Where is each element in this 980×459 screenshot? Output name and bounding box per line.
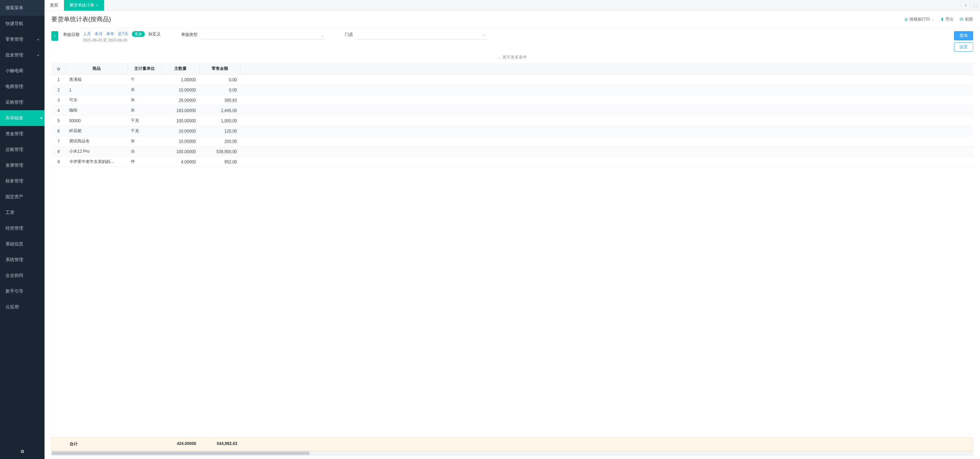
tab-home-label: 首页 <box>50 2 58 8</box>
cell-spacer <box>240 85 973 95</box>
cell-qty[interactable]: 4.00000 <box>162 157 199 167</box>
date-custom[interactable]: 自定义 <box>148 31 161 37</box>
cell-unit: 台 <box>127 146 162 157</box>
cell-qty[interactable]: 10.00000 <box>162 136 199 146</box>
sidebar-item-11[interactable]: 税务管理 <box>0 173 45 189</box>
close-icon[interactable]: × <box>96 3 99 8</box>
date-this-year[interactable]: 本年 <box>106 31 115 37</box>
sidebar-item-label: 批发管理 <box>5 52 23 58</box>
tabs-bar: 首页 要货单统计表 × × ⛶ <box>45 0 980 11</box>
cell-amt[interactable]: 1,000.00 <box>199 116 240 126</box>
chevron-down-icon: ⌄ <box>321 33 324 38</box>
sidebar-item-label: 零售管理 <box>5 36 23 43</box>
cell-qty[interactable]: 10.00000 <box>162 126 199 136</box>
tab-home[interactable]: 首页 <box>45 0 64 11</box>
sidebar-item-4[interactable]: 小畅电商 <box>0 63 45 79</box>
export-icon: ⬇ <box>940 17 944 22</box>
date-near7[interactable]: 近7天 <box>118 31 129 37</box>
print-icon: ⊚ <box>904 17 908 22</box>
sidebar-item-18[interactable]: 新手引导 <box>0 283 45 299</box>
sidebar-item-0[interactable]: 搜索菜单 <box>0 0 45 16</box>
sidebar-item-13[interactable]: 工资 <box>0 205 45 221</box>
type-select[interactable]: ⌄ <box>201 31 324 40</box>
tab-active[interactable]: 要货单统计表 × <box>64 0 105 11</box>
date-more-badge[interactable]: 更多 <box>132 31 145 37</box>
filter-date-label: 单据日期 <box>63 31 80 38</box>
sidebar-item-label: 搜索菜单 <box>5 5 23 11</box>
refresh-button[interactable]: ⟳ 刷新 <box>960 16 973 22</box>
sidebar-item-label: 新手引导 <box>5 288 23 294</box>
cell-amt[interactable]: 0.00 <box>199 75 240 85</box>
table-row[interactable]: 4咖啡米163.000002,445.00 <box>51 105 973 116</box>
cell-name: 小米12 Pro <box>66 146 127 157</box>
sidebar-item-19[interactable]: 云应用 <box>0 299 45 315</box>
sidebar-settings[interactable] <box>0 445 45 459</box>
expand-more-conditions[interactable]: ⌄ 展开更多条件 <box>51 52 973 63</box>
scrollbar-thumb[interactable] <box>52 451 310 455</box>
sidebar-item-7[interactable]: 库存核算 <box>0 110 45 126</box>
sidebar-item-3[interactable]: 批发管理▾ <box>0 47 45 63</box>
sidebar-item-9[interactable]: 总账管理 <box>0 142 45 157</box>
page-header: 要货单统计表(按商品) ⊚ 按模板打印 ⌄ ⬇ 导出 ⟳ 刷新 <box>45 11 980 28</box>
column-config[interactable] <box>51 63 66 75</box>
store-select[interactable]: ··· <box>356 31 487 40</box>
date-this-month[interactable]: 本月 <box>94 31 103 37</box>
cell-amt[interactable]: 539,900.00 <box>199 146 240 157</box>
cell-amt[interactable]: 0.00 <box>199 85 240 95</box>
sidebar-item-label: 基础信息 <box>5 241 23 247</box>
sidebar-item-5[interactable]: 电商管理 <box>0 79 45 94</box>
table-row[interactable]: 21米10.000000.00 <box>51 85 973 95</box>
sidebar-item-2[interactable]: 零售管理▾ <box>0 32 45 47</box>
cell-amt[interactable]: 952.00 <box>199 157 240 167</box>
cell-qty[interactable]: 100.00000 <box>162 146 199 157</box>
cell-qty[interactable]: 1.00000 <box>162 75 199 85</box>
cell-spacer <box>240 126 973 136</box>
th-unit[interactable]: 主计量单位 <box>127 63 162 75</box>
export-button[interactable]: ⬇ 导出 <box>940 16 954 22</box>
sidebar-item-10[interactable]: 发票管理 <box>0 157 45 173</box>
cell-qty[interactable]: 10.00000 <box>162 85 199 95</box>
cell-amt[interactable]: 365.63 <box>199 95 240 105</box>
table-row[interactable]: 9卡伊莱中老年女装妈妈…件4.00000952.00 <box>51 157 973 167</box>
tab-close-all[interactable]: × <box>961 0 970 11</box>
table-row[interactable]: 3可乐米26.00000365.63 <box>51 95 973 105</box>
sidebar-item-14[interactable]: 经营管理 <box>0 221 45 236</box>
total-amt: 544,982.63 <box>200 441 241 447</box>
table-row[interactable]: 7测试商品名米10.00000200.00 <box>51 136 973 146</box>
total-qty: 424.00000 <box>162 441 200 447</box>
date-last-month[interactable]: 上月 <box>83 31 91 37</box>
cell-amt[interactable]: 120.00 <box>199 126 240 136</box>
sidebar-item-8[interactable]: 资金管理 <box>0 126 45 142</box>
cell-unit: 米 <box>127 105 162 116</box>
sidebar-item-6[interactable]: 采购管理 <box>0 94 45 110</box>
cell-unit: 米 <box>127 95 162 105</box>
horizontal-scrollbar[interactable] <box>51 451 973 456</box>
cell-amt[interactable]: 200.00 <box>199 136 240 146</box>
sidebar-item-15[interactable]: 基础信息 <box>0 236 45 252</box>
sidebar-item-label: 经营管理 <box>5 225 23 231</box>
fullscreen-icon[interactable]: ⛶ <box>970 0 980 11</box>
th-qty[interactable]: 主数量 <box>162 63 199 75</box>
sidebar-item-17[interactable]: 企业协同 <box>0 268 45 283</box>
sidebar-item-12[interactable]: 固定资产 <box>0 189 45 205</box>
table-row[interactable]: 500000千克100.000001,000.00 <box>51 116 973 126</box>
query-button[interactable]: 查询 <box>954 31 973 40</box>
sidebar-item-1[interactable]: 快捷导航 <box>0 16 45 32</box>
sidebar-item-16[interactable]: 系统管理 <box>0 252 45 268</box>
cell-qty[interactable]: 100.00000 <box>162 116 199 126</box>
chevron-down-icon: ⌄ <box>931 17 934 21</box>
table-row[interactable]: 8小米12 Pro台100.00000539,900.00 <box>51 146 973 157</box>
th-product[interactable]: 商品 <box>66 63 127 75</box>
settings-button[interactable]: 设置 <box>954 43 973 52</box>
cell-spacer <box>240 95 973 105</box>
cell-qty[interactable]: 163.00000 <box>162 105 199 116</box>
cell-amt[interactable]: 2,445.00 <box>199 105 240 116</box>
th-amount[interactable]: 零售金额 <box>199 63 240 75</box>
cell-unit: 米 <box>127 136 162 146</box>
table-row[interactable]: 1奥满福个1.000000.00 <box>51 75 973 85</box>
collapse-filter-toggle[interactable]: › <box>51 31 58 41</box>
sidebar-item-label: 采购管理 <box>5 99 23 105</box>
print-button[interactable]: ⊚ 按模板打印 ⌄ <box>904 16 934 22</box>
cell-qty[interactable]: 26.00000 <box>162 95 199 105</box>
table-row[interactable]: 6碎花裙千克10.00000120.00 <box>51 126 973 136</box>
